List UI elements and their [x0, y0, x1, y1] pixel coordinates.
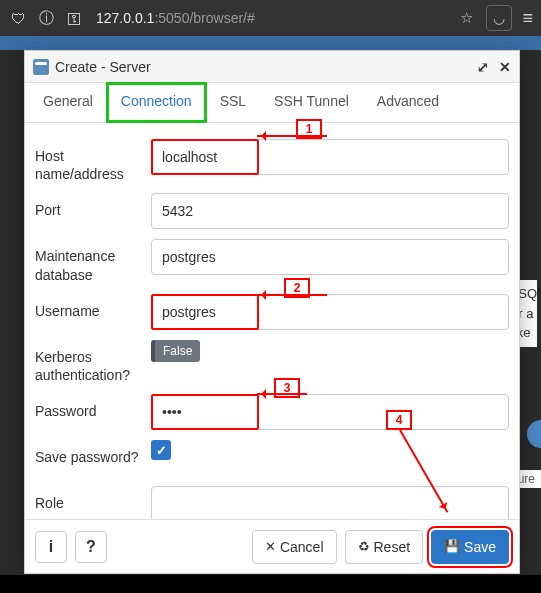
address-bar[interactable]: 127.0.0.1:5050/browser/# [92, 6, 448, 30]
shield-icon[interactable]: 🛡 [8, 10, 28, 27]
annotation-arrow-3 [257, 393, 307, 395]
info-button[interactable]: i [35, 531, 67, 563]
annotation-number-4: 4 [386, 410, 412, 430]
bottom-bar [0, 575, 541, 593]
cancel-icon: ✕ [265, 539, 276, 554]
pocket-icon[interactable]: ◡ [486, 5, 512, 31]
reset-button[interactable]: ♻Reset [345, 530, 424, 564]
info-circle-icon[interactable]: ⓘ [36, 9, 56, 28]
role-label: Role [35, 486, 151, 512]
url-path: :5050/browser/# [154, 10, 254, 26]
tab-general[interactable]: General [29, 83, 107, 122]
tab-ssh-tunnel[interactable]: SSH Tunnel [260, 83, 363, 122]
star-icon[interactable]: ☆ [456, 9, 476, 27]
kerberos-label: Kerberos authentication? [35, 340, 151, 384]
annotation-arrow-1 [257, 135, 327, 137]
save-button[interactable]: 💾Save [431, 530, 509, 564]
background-handle [527, 420, 541, 448]
host-input[interactable] [151, 139, 509, 175]
browser-toolbar: 🛡 ⓘ ⚿ 127.0.0.1:5050/browser/# ☆ ◡ ≡ [0, 0, 541, 36]
role-input[interactable] [151, 486, 509, 519]
password-label: Password [35, 394, 151, 420]
dialog-title: Create - Server [55, 59, 477, 75]
username-label: Username [35, 294, 151, 320]
server-icon [33, 59, 49, 75]
create-server-dialog: Create - Server General Connection SSL S… [24, 50, 520, 574]
url-host: 127.0.0.1 [96, 10, 154, 26]
tab-ssl[interactable]: SSL [206, 83, 260, 122]
save-icon: 💾 [444, 539, 460, 554]
dialog-header: Create - Server [25, 51, 519, 83]
key-icon[interactable]: ⚿ [64, 10, 84, 27]
close-icon[interactable] [499, 59, 511, 75]
maintenance-db-input[interactable] [151, 239, 509, 275]
password-input[interactable] [151, 394, 509, 430]
form-body: Host name/address Port Maintenance datab… [25, 123, 519, 519]
reset-icon: ♻ [358, 539, 370, 554]
expand-icon[interactable] [477, 59, 489, 75]
port-label: Port [35, 193, 151, 219]
help-button[interactable]: ? [75, 531, 107, 563]
tab-connection[interactable]: Connection [107, 83, 206, 122]
cancel-button[interactable]: ✕Cancel [252, 530, 337, 564]
save-password-checkbox[interactable] [151, 440, 171, 460]
save-password-label: Save password? [35, 440, 151, 466]
dialog-footer: i ? ✕Cancel ♻Reset 💾Save [25, 519, 519, 573]
dialog-tabs: General Connection SSL SSH Tunnel Advanc… [25, 83, 519, 123]
kerberos-toggle[interactable]: False [151, 340, 200, 362]
annotation-number-3: 3 [274, 378, 300, 398]
maintenance-db-label: Maintenance database [35, 239, 151, 283]
host-label: Host name/address [35, 139, 151, 183]
menu-icon[interactable]: ≡ [522, 8, 533, 29]
port-input[interactable] [151, 193, 509, 229]
tab-advanced[interactable]: Advanced [363, 83, 453, 122]
app-header-strip [0, 36, 541, 50]
username-input[interactable] [151, 294, 509, 330]
annotation-arrow-2 [257, 294, 327, 296]
